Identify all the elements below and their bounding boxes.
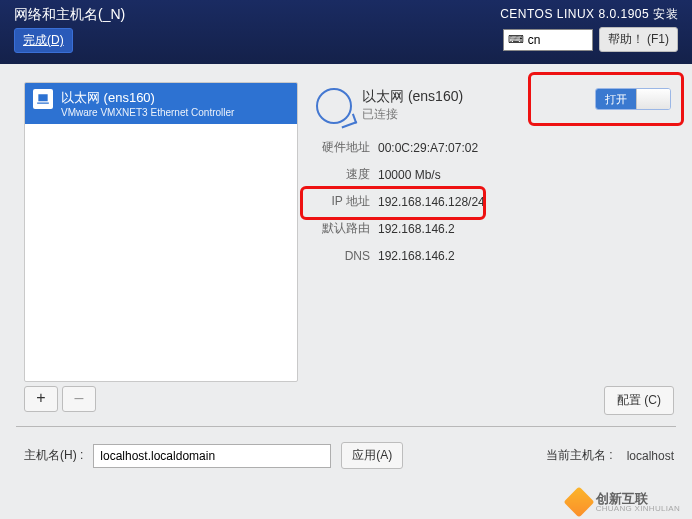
prop-speed-label: 速度 bbox=[316, 166, 370, 183]
toggle-knob bbox=[636, 89, 670, 109]
topbar-controls: ⌨ cn 帮助！ (F1) bbox=[503, 27, 678, 52]
product-label: CENTOS LINUX 8.0.1905 安装 bbox=[500, 6, 678, 23]
done-button[interactable]: 完成(D) bbox=[14, 28, 73, 53]
keyboard-layout-code: cn bbox=[528, 33, 541, 47]
connection-toggle-area: 打开 bbox=[528, 72, 684, 126]
nic-item-name: 以太网 (ens160) bbox=[61, 89, 289, 107]
hostname-label: 主机名(H) : bbox=[24, 447, 83, 464]
ethernet-icon bbox=[33, 89, 53, 109]
apply-button[interactable]: 应用(A) bbox=[341, 442, 403, 469]
main-area: 以太网 (ens160) VMware VMXNET3 Ethernet Con… bbox=[0, 64, 692, 485]
page-title: 网络和主机名(_N) bbox=[14, 6, 125, 24]
ethernet-large-icon bbox=[316, 88, 352, 124]
watermark-text: 创新互联 CHUANG XINHULIAN bbox=[596, 492, 680, 513]
hostname-row: 主机名(H) : 应用(A) 当前主机名 : localhost bbox=[24, 442, 674, 469]
prop-hwaddr-value: 00:0C:29:A7:07:02 bbox=[378, 141, 478, 155]
detail-title: 以太网 (ens160) bbox=[362, 88, 463, 106]
prop-dns: DNS 192.168.146.2 bbox=[316, 242, 666, 269]
prop-ip: IP 地址 192.168.146.128/24 bbox=[316, 188, 666, 215]
hostname-input[interactable] bbox=[93, 444, 331, 468]
prop-gateway: 默认路由 192.168.146.2 bbox=[316, 215, 666, 242]
prop-speed: 速度 10000 Mb/s bbox=[316, 161, 666, 188]
prop-dns-value: 192.168.146.2 bbox=[378, 249, 455, 263]
add-nic-button[interactable]: + bbox=[24, 386, 58, 412]
watermark-cn: 创新互联 bbox=[596, 492, 680, 505]
keyboard-icon: ⌨ bbox=[508, 33, 524, 46]
remove-nic-button[interactable]: – bbox=[62, 386, 96, 412]
prop-speed-value: 10000 Mb/s bbox=[378, 168, 441, 182]
configure-button[interactable]: 配置 (C) bbox=[604, 386, 674, 415]
hostname-right: 当前主机名 : localhost bbox=[546, 447, 674, 464]
watermark-en: CHUANG XINHULIAN bbox=[596, 505, 680, 513]
separator bbox=[16, 426, 676, 427]
prop-hwaddr: 硬件地址 00:0C:29:A7:07:02 bbox=[316, 134, 666, 161]
detail-properties: 硬件地址 00:0C:29:A7:07:02 速度 10000 Mb/s IP … bbox=[316, 134, 666, 269]
nic-item-subtitle: VMware VMXNET3 Ethernet Controller bbox=[61, 107, 289, 118]
prop-dns-label: DNS bbox=[316, 249, 370, 263]
nic-list-item[interactable]: 以太网 (ens160) VMware VMXNET3 Ethernet Con… bbox=[25, 83, 297, 124]
keyboard-layout-selector[interactable]: ⌨ cn bbox=[503, 29, 593, 51]
toggle-on-label: 打开 bbox=[596, 89, 636, 109]
connection-toggle[interactable]: 打开 bbox=[595, 88, 671, 110]
prop-ip-value: 192.168.146.128/24 bbox=[378, 195, 485, 209]
prop-gateway-label: 默认路由 bbox=[316, 220, 370, 237]
list-add-remove: + – bbox=[24, 386, 100, 412]
topbar-right: CENTOS LINUX 8.0.1905 安装 ⌨ cn 帮助！ (F1) bbox=[500, 6, 678, 64]
watermark: 创新互联 CHUANG XINHULIAN bbox=[568, 491, 680, 513]
hostname-left: 主机名(H) : 应用(A) bbox=[24, 442, 403, 469]
prop-hwaddr-label: 硬件地址 bbox=[316, 139, 370, 156]
current-hostname-value: localhost bbox=[627, 449, 674, 463]
prop-ip-label: IP 地址 bbox=[316, 193, 370, 210]
help-button[interactable]: 帮助！ (F1) bbox=[599, 27, 678, 52]
detail-title-block: 以太网 (ens160) 已连接 bbox=[362, 88, 463, 123]
topbar-left: 网络和主机名(_N) 完成(D) bbox=[14, 6, 125, 64]
nic-list-panel: 以太网 (ens160) VMware VMXNET3 Ethernet Con… bbox=[24, 82, 298, 382]
prop-gateway-value: 192.168.146.2 bbox=[378, 222, 455, 236]
detail-status: 已连接 bbox=[362, 106, 463, 123]
watermark-logo-icon bbox=[563, 486, 594, 517]
current-hostname-label: 当前主机名 : bbox=[546, 447, 613, 464]
top-bar: 网络和主机名(_N) 完成(D) CENTOS LINUX 8.0.1905 安… bbox=[0, 0, 692, 64]
